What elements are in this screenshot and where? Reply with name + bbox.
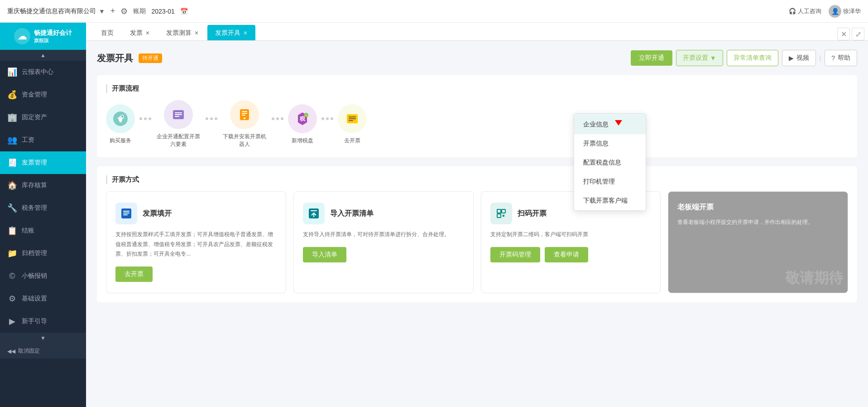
sidebar-item-gongzi[interactable]: 👥 工资 — [0, 129, 86, 151]
sidebar-item-xinshouyindao[interactable]: ▶ 新手引导 — [0, 310, 86, 333]
svg-rect-19 — [349, 118, 356, 119]
tab-bar: 首页 发票 ✕ 发票测算 ✕ 发票开具 ✕ ✕ ⤢ — [86, 23, 868, 41]
svg-rect-10 — [242, 113, 247, 114]
step-circle-3 — [230, 100, 259, 129]
dropdown-item-company[interactable]: 企业信息 — [574, 114, 646, 134]
svg-rect-11 — [242, 115, 245, 116]
sidebar-item-jiezhang[interactable]: 📋 结账 — [0, 219, 86, 242]
fill-icon — [115, 203, 137, 224]
sidebar-item-zijin[interactable]: 💰 资金管理 — [0, 83, 86, 106]
expand-window-button[interactable]: ⤢ — [852, 28, 864, 40]
qr-manage-button[interactable]: 开票码管理 — [490, 247, 540, 262]
page-title: 发票开具 — [97, 52, 133, 64]
flow-section: 开票流程 + 购买服务 — [97, 75, 857, 157]
tab-home[interactable]: 首页 — [93, 25, 121, 40]
svg-rect-23 — [123, 213, 129, 213]
header-actions: 立即开通 开票设置 ▼ 异常清单查询 ▶ 视频 | ? 帮助 — [631, 50, 857, 66]
guide-icon: ▶ — [7, 316, 17, 326]
archive-icon: 📁 — [7, 248, 17, 258]
invoice-icon: 🧾 — [7, 158, 17, 168]
sidebar-scroll-down[interactable]: ▼ — [0, 333, 86, 344]
tab-fapiaokaju[interactable]: 发票开具 ✕ — [207, 25, 255, 40]
dropdown-item-invoice-info[interactable]: 开票信息 — [574, 134, 646, 153]
method-card-boss: 老板端开票 查看老板端小程序提交的开票申请，并作出相应的处理。 敬请期待 — [668, 191, 848, 293]
building-icon: 🏢 — [7, 112, 17, 122]
svg-rect-27 — [497, 209, 501, 213]
main-content: 首页 发票 ✕ 发票测算 ✕ 发票开具 ✕ ✕ ⤢ 发票开 — [86, 23, 868, 407]
dropdown-item-download[interactable]: 下载开票客户端 — [574, 191, 646, 210]
help-button[interactable]: ? 帮助 — [825, 50, 857, 66]
sidebar-item-xiaochang[interactable]: © 小畅报销 — [0, 265, 86, 287]
dropdown-item-tax-config[interactable]: 配置税盘信息 — [574, 153, 646, 172]
red-arrow-icon — [614, 119, 623, 128]
tab-close-fapiao[interactable]: ✕ — [145, 30, 150, 36]
sidebar-item-fapiao[interactable]: 🧾 发票管理 — [0, 151, 86, 174]
step-label-1: 购买服务 — [110, 137, 131, 145]
view-apply-button[interactable]: 查看申请 — [545, 247, 588, 262]
method-section: 开票方式 发票填开 支持按照发票样式手工填开发票；可开具增值税电子普通发票、增值… — [97, 166, 857, 302]
sidebar-cancel-fix[interactable]: ◀◀ 取消固定 — [0, 344, 86, 359]
tab-fapiaocesuan[interactable]: 发票测算 ✕ — [158, 25, 206, 40]
tax-icon: 🔧 — [7, 203, 17, 213]
method-card-fill: 发票填开 支持按照发票样式手工填开发票；可开具增值税电子普通发票、增值税普通发票… — [106, 191, 286, 293]
sidebar-item-shuiwu[interactable]: 🔧 税务管理 — [0, 197, 86, 219]
step-conn-1 — [135, 117, 156, 131]
tab-close-kaju[interactable]: ✕ — [243, 30, 248, 36]
sidebar-label-yunbaobiao: 云报表中心 — [22, 68, 53, 76]
top-bar: 重庆畅捷交通信息咨询有限公司 ▼ + ⚙ 账期 2023-01 📅 🎧 人工咨询… — [0, 0, 868, 23]
company-selector[interactable]: 重庆畅捷交通信息咨询有限公司 ▼ — [7, 7, 105, 15]
scan-method-name: 扫码开票 — [518, 209, 547, 218]
app-name: 畅捷通好会计 — [34, 29, 72, 37]
svg-rect-26 — [311, 210, 317, 211]
video-button[interactable]: ▶ 视频 — [782, 50, 816, 66]
tab-close-cesuan[interactable]: ✕ — [194, 30, 199, 36]
user-name: 徐泽华 — [843, 7, 861, 15]
method-section-title: 开票方式 — [106, 175, 848, 184]
calendar-icon: 📅 — [180, 8, 188, 15]
settings-button[interactable]: 开票设置 ▼ — [676, 50, 723, 66]
go-invoice-button[interactable]: 去开票 — [115, 266, 153, 282]
play-circle-icon: ▶ — [789, 54, 794, 62]
sidebar-label-jiezhang: 结账 — [22, 227, 34, 235]
step-circle-5 — [338, 104, 367, 133]
dropdown-label-company: 企业信息 — [583, 121, 609, 128]
import-list-button[interactable]: 导入清单 — [303, 247, 346, 262]
svg-rect-6 — [175, 114, 182, 115]
settings-button-label: 开票设置 — [683, 54, 708, 62]
sidebar-item-yunbaobiao[interactable]: 📊 云报表中心 — [0, 61, 86, 83]
activate-button[interactable]: 立即开通 — [631, 50, 672, 66]
chevron-down-icon: ▼ — [99, 8, 105, 15]
abnormal-button[interactable]: 异常清单查询 — [727, 50, 778, 66]
sidebar-scroll-up[interactable]: ▲ — [0, 50, 86, 61]
sidebar-item-jichushezhi[interactable]: ⚙ 基础设置 — [0, 287, 86, 310]
close-window-button[interactable]: ✕ — [837, 28, 850, 40]
chart-icon: 📊 — [7, 67, 17, 77]
sidebar-item-gudingzichan[interactable]: 🏢 固定资产 — [0, 106, 86, 129]
svg-rect-20 — [349, 120, 353, 121]
flow-step-3: 下载并安装开票机器人 — [222, 100, 267, 148]
user-profile[interactable]: 👤 徐泽华 — [829, 5, 861, 18]
page-header: 发票开具 待开通 立即开通 开票设置 ▼ 异常清单查询 ▶ 视频 | — [97, 50, 857, 66]
step-circle-4: 税+ — [288, 104, 317, 133]
flow-section-title: 开票流程 — [106, 84, 848, 93]
import-method-desc: 支持导入待开票清单，可对待开票清单进行拆分、合并处理。 — [303, 230, 464, 240]
status-badge: 待开通 — [139, 53, 162, 63]
tab-fapiao[interactable]: 发票 ✕ — [122, 25, 158, 40]
scan-icon — [490, 203, 512, 224]
method-card-import: 导入开票清单 支持导入待开票清单，可对待开票清单进行拆分、合并处理。 导入清单 — [293, 191, 474, 293]
add-icon[interactable]: + — [110, 6, 115, 16]
ledger-icon: 📋 — [7, 226, 17, 236]
sidebar-item-kucun[interactable]: 🏠 库存核算 — [0, 174, 86, 197]
step-circle-1: + — [106, 104, 135, 133]
dropdown-arrow-icon: ▼ — [710, 54, 716, 62]
import-icon — [303, 203, 325, 224]
settings-icon[interactable]: ⚙ — [120, 6, 128, 16]
flow-step-1: + 购买服务 — [106, 104, 135, 145]
dropdown-item-printer[interactable]: 打印机管理 — [574, 172, 646, 191]
svg-rect-30 — [503, 215, 504, 217]
consult-button[interactable]: 🎧 人工咨询 — [789, 7, 821, 15]
sidebar-item-guidang[interactable]: 📁 归档管理 — [0, 242, 86, 265]
period-value: 2023-01 — [151, 8, 174, 15]
step-label-3: 下载并安装开票机器人 — [222, 133, 267, 148]
pin-icon: ◀◀ — [7, 348, 15, 354]
